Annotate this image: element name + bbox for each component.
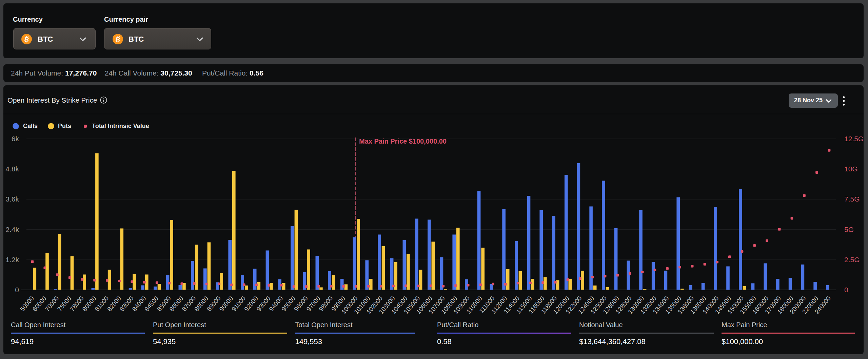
svg-text:85000: 85000 xyxy=(156,295,172,313)
svg-text:2.4k: 2.4k xyxy=(5,226,19,233)
svg-text:3.6k: 3.6k xyxy=(5,195,19,203)
svg-text:83000: 83000 xyxy=(118,295,135,313)
svg-text:2.5G: 2.5G xyxy=(844,256,860,263)
svg-text:4.8k: 4.8k xyxy=(5,165,19,173)
svg-text:95000: 95000 xyxy=(280,295,297,313)
svg-text:96000: 96000 xyxy=(293,295,309,313)
svg-text:78000: 78000 xyxy=(68,295,85,313)
svg-text:91000: 91000 xyxy=(230,295,247,313)
svg-text:7.5G: 7.5G xyxy=(844,195,860,203)
svg-text:5G: 5G xyxy=(844,226,854,233)
svg-text:70000: 70000 xyxy=(43,295,60,313)
svg-text:98000: 98000 xyxy=(317,295,334,313)
svg-text:0: 0 xyxy=(15,286,19,294)
svg-text:86000: 86000 xyxy=(168,295,185,313)
svg-text:81000: 81000 xyxy=(93,295,110,313)
svg-text:87000: 87000 xyxy=(180,295,197,313)
svg-text:12.5G: 12.5G xyxy=(844,135,864,143)
svg-text:88000: 88000 xyxy=(193,295,210,313)
svg-text:10G: 10G xyxy=(844,165,858,173)
svg-text:1.2k: 1.2k xyxy=(5,256,19,263)
svg-text:97000: 97000 xyxy=(305,295,322,313)
svg-text:89000: 89000 xyxy=(205,295,222,313)
svg-text:0: 0 xyxy=(844,286,848,294)
svg-text:82000: 82000 xyxy=(106,295,122,313)
svg-text:80000: 80000 xyxy=(81,295,98,313)
svg-text:Max Pain Price $100,000.00: Max Pain Price $100,000.00 xyxy=(359,138,447,145)
svg-text:6k: 6k xyxy=(12,135,19,143)
svg-text:94000: 94000 xyxy=(268,295,284,313)
